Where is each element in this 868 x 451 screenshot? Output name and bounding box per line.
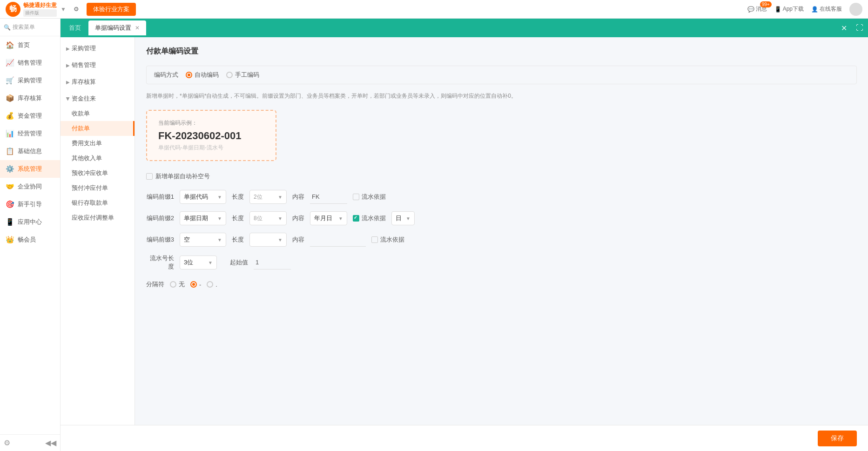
serial-length-arrow-icon: ▼ [208,260,213,265]
sub-menu-item-expense[interactable]: 费用支出单 [61,136,135,151]
settings-icon[interactable]: ⚙ [70,3,83,16]
code-preview-label: 当前编码示例： [158,119,264,127]
sidebar-item-home[interactable]: 🏠 首页 [0,36,60,54]
collapse-purchase-icon: ▶ [66,46,70,51]
form-title: 付款单编码设置 [146,47,857,56]
sub-menu-group-purchase: ▶ 采购管理 [61,41,135,56]
logo-text: 畅捷通好生意 插件版 [23,1,57,17]
logo-icon: 畅 [6,2,20,17]
operation-icon: 📊 [6,129,14,138]
prefix2-select[interactable]: 单据日期 ▼ [180,211,226,225]
collapse-sidebar-icon[interactable]: ◀◀ [45,438,56,447]
app-download-button[interactable]: 📱 App下载 [774,5,804,13]
tab-close-icon[interactable]: ✕ [135,25,140,31]
prefix1-stream-checkbox[interactable] [353,194,359,200]
tab-bar: 首页 单据编码设置 ✕ ✕ ⛶ [61,19,868,37]
prefix2-length-select[interactable]: 8位 ▼ [249,211,287,225]
search-menu-button[interactable]: 🔍 搜索菜单 [0,19,60,36]
sub-menu: ▶ 采购管理 ▶ 销售管理 ▶ 库存核算 [61,37,135,425]
prefix1-select[interactable]: 单据代码 ▼ [180,190,226,204]
enterprise-icon: 🤝 [6,182,14,191]
prefix3-stream-checkbox[interactable] [371,236,378,243]
sidebar-item-sales[interactable]: 📈 销售管理 [0,54,60,72]
sidebar-item-appstore[interactable]: 📱 应用中心 [0,213,60,231]
sidebar-item-purchase[interactable]: 🛒 采购管理 [0,72,60,89]
serial-length-select[interactable]: 3位 ▼ [180,256,217,269]
prefix3-length-arrow-icon: ▼ [278,237,283,242]
member-icon: 👑 [6,236,14,244]
manual-encode-option[interactable]: 手工编码 [226,71,259,79]
prefix1-length-label: 长度 [232,193,244,201]
prefix1-stream-check[interactable]: 流水依据 [353,193,386,201]
sep-dash-radio[interactable] [190,281,197,288]
sidebar-item-guide[interactable]: 🎯 新手引导 [0,195,60,213]
prefix3-length-select[interactable]: ▼ [249,233,287,247]
sub-menu-item-payment[interactable]: 付款单 [61,121,135,136]
start-value-input[interactable] [254,256,291,269]
prefix3-content-label: 内容 [292,236,304,244]
sub-menu-item-receivable-adj[interactable]: 应收应付调整单 [61,210,135,225]
sidebar-item-basic[interactable]: 📋 基础信息 [0,142,60,160]
tab-home[interactable]: 首页 [62,20,87,35]
sub-menu-item-bank-deposit[interactable]: 银行存取款单 [61,195,135,210]
save-button[interactable]: 保存 [818,431,857,446]
prefix3-stream-check[interactable]: 流水依据 [371,236,404,244]
tab-code-setting[interactable]: 单据编码设置 ✕ [88,20,146,35]
sidebar-item-member[interactable]: 👑 畅会员 [0,231,60,249]
auto-fill-checkbox[interactable] [146,173,153,180]
sep-dash-option[interactable]: - [190,281,201,288]
sep-none-radio[interactable] [170,281,176,288]
prefix1-content-label: 内容 [292,193,304,201]
auto-fill-label: 新增单据自动补空号 [155,172,210,181]
sub-menu-group-inventory-title[interactable]: ▶ 库存核算 [61,74,135,89]
sidebar-item-finance[interactable]: 💰 资金管理 [0,107,60,125]
prefix2-stream-checkbox[interactable]: ✓ [353,215,359,222]
sidebar-item-enterprise[interactable]: 🤝 企业协同 [0,178,60,195]
top-bar: 畅 畅捷通好生意 插件版 ▼ ⚙ 体验行业方案 💬 消息 99+ 📱 App下载… [0,0,868,19]
sub-menu-item-other-income[interactable]: 其他收入单 [61,151,135,166]
cta-button[interactable]: 体验行业方案 [87,3,136,16]
system-icon: ⚙️ [6,165,14,173]
sub-menu-item-prepay-receivable[interactable]: 预收冲应收单 [61,166,135,181]
top-bar-right: 💬 消息 99+ 📱 App下载 👤 在线客服 [747,3,862,16]
close-window-icon[interactable]: ✕ [837,21,850,34]
manual-encode-radio[interactable] [226,72,233,78]
collapse-inventory-icon: ▶ [66,80,70,85]
sep-dot-option[interactable]: . [207,281,217,288]
sub-menu-group-finance-title[interactable]: ▶ 资金往来 [61,91,135,106]
sidebar: 🔍 搜索菜单 🏠 首页 📈 销售管理 🛒 采购管理 📦 库存核算 💰 [0,19,61,451]
user-avatar[interactable] [849,3,862,16]
sub-menu-group-purchase-title[interactable]: ▶ 采购管理 [61,41,135,56]
prefix3-label: 编码前缀3 [146,236,174,244]
info-text: 新增单据时，*单据编码*自动生成，不可编辑。前缀设置为部门、业务员等档案类，开单… [146,92,857,101]
guide-icon: 🎯 [6,200,14,209]
prefix2-length-arrow-icon: ▼ [278,216,283,221]
sub-menu-group-sales-title[interactable]: ▶ 销售管理 [61,58,135,73]
prefix2-day-select[interactable]: 日 ▼ [391,211,415,225]
prefix2-content-select[interactable]: 年月日 ▼ [310,211,347,225]
collapse-sales-icon: ▶ [66,63,70,68]
sep-dot-radio[interactable] [207,281,213,288]
sub-menu-item-receipt[interactable]: 收款单 [61,106,135,121]
prefix2-stream-check[interactable]: ✓ 流水依据 [353,214,386,222]
sidebar-item-system[interactable]: ⚙️ 系统管理 [0,160,60,178]
prefix1-length-select[interactable]: 2位 ▼ [249,190,287,204]
serial-length-label: 流水号长度 [146,254,174,271]
online-service-button[interactable]: 👤 在线客服 [811,5,842,13]
prefix1-row: 编码前缀1 单据代码 ▼ 长度 2位 ▼ 内容 FK 流水依据 [146,190,857,204]
settings-bottom-icon[interactable]: ⚙ [4,438,10,447]
separator-row: 分隔符 无 - . [146,280,857,289]
sub-menu-item-prepay-payable[interactable]: 预付冲应付单 [61,181,135,195]
separator-label: 分隔符 [146,280,164,289]
sep-none-option[interactable]: 无 [170,280,185,289]
prefix3-row: 编码前缀3 空 ▼ 长度 ▼ 内容 流水依据 [146,233,857,247]
prefix3-select[interactable]: 空 ▼ [180,233,226,247]
message-button[interactable]: 💬 消息 99+ [747,5,767,13]
logo: 畅 畅捷通好生意 插件版 [6,1,57,17]
maximize-icon[interactable]: ⛶ [853,21,866,34]
sidebar-item-operation[interactable]: 📊 经营管理 [0,125,60,142]
sidebar-item-inventory[interactable]: 📦 库存核算 [0,89,60,107]
auto-encode-option[interactable]: 自动编码 [186,71,219,79]
company-select[interactable]: ▼ [61,6,66,13]
auto-encode-radio[interactable] [186,72,192,78]
